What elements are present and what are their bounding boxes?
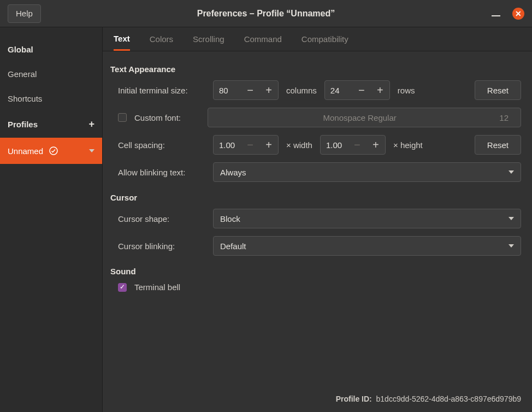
cursor-blinking-value: Default [220, 242, 246, 251]
rows-value: 24 [325, 86, 352, 95]
cell-height-unit: × height [393, 140, 423, 150]
cursor-blinking-dropdown[interactable]: Default [213, 236, 521, 256]
sidebar-item-general[interactable]: General [0, 62, 102, 86]
footer: Profile ID: b1dcc9dd-5262-4d8d-a863-c897… [103, 387, 532, 412]
reset-size-button[interactable]: Reset [475, 80, 521, 100]
cursor-shape-dropdown[interactable]: Block [213, 209, 521, 228]
help-button[interactable]: Help [8, 4, 41, 23]
cursor-shape-value: Block [220, 214, 240, 223]
cell-width-unit: × width [286, 140, 312, 150]
tab-command[interactable]: Command [244, 27, 282, 51]
reset-cell-button[interactable]: Reset [475, 135, 521, 155]
rows-unit: rows [398, 86, 415, 95]
cell-height-decrement-icon[interactable]: − [348, 139, 367, 151]
font-name: Monospace Regular [220, 113, 499, 122]
cell-height-stepper[interactable]: 1.00 − + [320, 135, 386, 155]
chevron-down-icon [509, 244, 514, 248]
custom-font-label: Custom font: [134, 113, 200, 122]
profile-id-label: Profile ID: [336, 395, 372, 403]
sidebar: Global General Shortcuts Profiles + Unna… [0, 27, 103, 412]
window-title: Preferences – Profile “Unnamed” [0, 9, 532, 19]
tab-text[interactable]: Text [114, 27, 130, 51]
cell-width-increment-icon[interactable]: + [259, 139, 278, 151]
terminal-bell-checkbox[interactable] [118, 283, 127, 292]
sound-heading: Sound [110, 267, 521, 276]
sidebar-item-shortcuts[interactable]: Shortcuts [0, 86, 102, 111]
cell-spacing-label: Cell spacing: [118, 140, 205, 150]
cell-height-value: 1.00 [321, 140, 348, 150]
cell-width-value: 1.00 [214, 140, 241, 150]
columns-unit: columns [286, 86, 317, 95]
profile-id-value: b1dcc9dd-5262-4d8d-a863-c897e6d979b9 [376, 395, 521, 403]
sidebar-profiles-heading: Profiles + [0, 111, 102, 138]
add-profile-icon[interactable]: + [88, 119, 94, 130]
rows-decrement-icon[interactable]: − [352, 84, 371, 97]
custom-font-checkbox[interactable] [118, 113, 127, 122]
columns-decrement-icon[interactable]: − [241, 84, 259, 97]
allow-blink-value: Always [220, 168, 246, 177]
columns-increment-icon[interactable]: + [259, 84, 278, 97]
titlebar: Help Preferences – Profile “Unnamed” ✕ [0, 0, 532, 27]
initial-size-label: Initial terminal size: [118, 86, 205, 95]
chevron-down-icon [509, 170, 514, 174]
font-chooser-button[interactable]: Monospace Regular 12 [208, 108, 521, 127]
profile-selected-icon [49, 146, 58, 156]
cursor-heading: Cursor [110, 193, 521, 202]
rows-stepper[interactable]: 24 − + [324, 80, 390, 100]
allow-blink-dropdown[interactable]: Always [213, 162, 521, 182]
sidebar-global-heading: Global [0, 37, 102, 62]
columns-stepper[interactable]: 80 − + [213, 80, 279, 100]
terminal-bell-label: Terminal bell [134, 282, 180, 292]
cell-width-stepper[interactable]: 1.00 − + [213, 135, 279, 155]
tab-compatibility[interactable]: Compatibility [302, 27, 348, 51]
tab-colors[interactable]: Colors [150, 27, 173, 51]
rows-increment-icon[interactable]: + [371, 84, 389, 97]
font-size: 12 [499, 113, 509, 122]
tabs: Text Colors Scrolling Command Compatibil… [103, 27, 532, 51]
cursor-shape-label: Cursor shape: [118, 214, 205, 223]
minimize-button[interactable] [492, 15, 500, 16]
tab-scrolling[interactable]: Scrolling [193, 27, 224, 51]
profile-menu-icon[interactable] [89, 149, 94, 152]
sidebar-profiles-label: Profiles [8, 120, 38, 129]
chevron-down-icon [509, 217, 514, 220]
text-appearance-heading: Text Appearance [110, 64, 521, 74]
columns-value: 80 [214, 86, 241, 95]
sidebar-profile-label: Unnamed [8, 146, 43, 156]
cell-height-increment-icon[interactable]: + [367, 139, 385, 151]
close-button[interactable]: ✕ [512, 8, 524, 20]
sidebar-profile-unnamed[interactable]: Unnamed [0, 138, 102, 164]
allow-blink-label: Allow blinking text: [118, 168, 205, 177]
cursor-blinking-label: Cursor blinking: [118, 242, 205, 251]
cell-width-decrement-icon[interactable]: − [241, 139, 259, 151]
